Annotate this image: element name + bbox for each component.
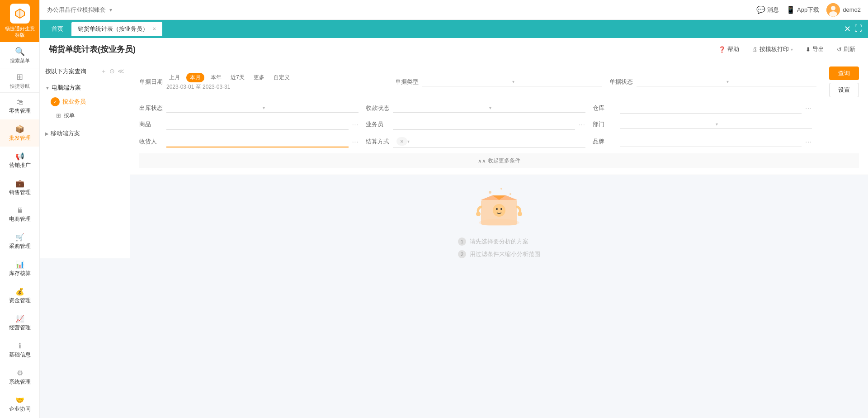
page-title: 销货单统计表(按业务员) [49,44,136,55]
mobile-section-header[interactable]: ▶ 移动端方案 [40,127,130,140]
print-icon: 🖨 [752,46,758,53]
sidebar-retail-item[interactable]: 🛍 零售管理 [0,93,39,119]
empty-illustration [467,175,531,234]
brand-input[interactable] [620,136,802,147]
recipient-dots-icon[interactable]: ··· [352,138,359,145]
collapse-button[interactable]: ∧∧ 收起更多条件 [478,157,520,165]
sidebar-finance-label: 资金管理 [9,297,31,304]
desktop-section-header[interactable]: ▼ 电脑端方案 [40,81,130,95]
template-print-button[interactable]: 🖨 按模板打印 ▾ [748,43,797,55]
sidebar-wholesale-item[interactable]: 📦 批发管理 [0,119,39,147]
sidebar-basics-item[interactable]: ℹ 基础信息 [0,336,39,363]
user-info[interactable]: demo2 [826,3,861,17]
doc-type-field: 单据类型 ▾ [395,77,602,86]
sidebar-quicknav-item[interactable]: ⊞ 快捷导航 [0,68,39,93]
stock-status-select[interactable]: ▾ [166,104,359,113]
filter-by-salesperson-item[interactable]: ✓ 按业务员 [40,95,130,109]
warehouse-dots-icon[interactable]: ··· [805,104,812,112]
stock-status-label: 出库状态 [139,104,166,112]
department-field: 部门 ▾ [593,120,812,129]
payment-status-arrow-icon: ▾ [489,105,582,110]
window-close-icon[interactable]: ✕ [844,24,851,34]
settings-button[interactable]: 设置 [829,83,859,97]
logo-area[interactable]: 畅捷通好生意 标版 [0,0,39,42]
filter-sidebar: 按以下方案查询 ＋ ⊙ ≪ ▼ 电脑端方案 ✓ [40,60,130,258]
sidebar-finance-item[interactable]: 💰 资金管理 [0,282,39,309]
window-maximize-icon[interactable]: ⛶ [854,24,863,34]
breadcrumb-dropdown-icon[interactable]: ▾ [109,7,112,13]
logo-text: 畅捷通好生意 标版 [2,25,38,38]
date-tab-this-month[interactable]: 本月 [186,73,204,82]
sidebar-purchase-item[interactable]: 🛒 采购管理 [0,228,39,255]
right-panel: 单据日期 上月 本月 本年 近7天 更多 自定义 20 [130,60,868,258]
goods-field: 商品 ··· [139,119,359,130]
salesperson-field: 业务员 ··· [366,119,585,130]
date-label: 单据日期 [139,78,166,86]
sidebar-ecommerce-item[interactable]: 🖥 电商管理 [0,201,39,228]
add-scheme-icon[interactable]: ＋ [100,67,107,76]
export-button[interactable]: ⬇ 导出 [802,43,828,55]
header-right: 💬 消息 📱 App下载 demo2 [756,3,861,17]
sidebar-quicknav-label: 快捷导航 [10,83,30,90]
message-icon: 💬 [756,5,765,14]
sidebar-search-label: 搜索菜单 [10,57,30,64]
sidebar-marketing-label: 营销推广 [9,162,31,169]
doc-status-select[interactable]: ▾ [637,77,816,86]
sidebar-inventory-item[interactable]: 📊 库存核算 [0,255,39,282]
svg-point-8 [500,188,502,190]
svg-point-7 [509,193,511,195]
sidebar-marketing-item[interactable]: 📢 营销推广 [0,147,39,174]
goods-dots-icon[interactable]: ··· [352,121,359,128]
tab-home[interactable]: 首页 [45,22,70,36]
date-tab-more[interactable]: 更多 [251,73,267,82]
hint-text-2: 用过滤条件来缩小分析范围 [470,250,540,258]
tab-sales-stats[interactable]: 销货单统计表（按业务员） × [71,22,162,36]
payment-method-arrow-icon[interactable]: ▾ [407,139,582,144]
date-tab-7days[interactable]: 近7天 [228,73,247,82]
svg-point-3 [829,11,837,17]
tab-home-label: 首页 [52,25,63,33]
message-button[interactable]: 💬 消息 [756,5,779,14]
edit-scheme-icon[interactable]: ⊙ [109,67,115,76]
collapse-sidebar-icon[interactable]: ≪ [118,67,124,76]
help-label: 帮助 [727,45,739,53]
date-tab-last-month[interactable]: 上月 [166,73,183,82]
department-select[interactable]: ▾ [620,120,812,129]
filter-sidebar-title: 按以下方案查询 [45,67,86,76]
svg-point-6 [489,191,491,194]
goods-input[interactable] [166,119,349,130]
payment-method-label: 结算方式 [366,138,393,146]
payment-method-field: 结算方式 × ▾ [366,135,585,148]
payment-status-field: 收款状态 ▾ [366,104,585,113]
salesperson-dots-icon[interactable]: ··· [579,121,585,128]
sidebar-sales-item[interactable]: 💼 销售管理 [0,174,39,201]
date-tab-custom[interactable]: 自定义 [271,73,292,82]
app-download-button[interactable]: 📱 App下载 [786,5,819,14]
desktop-section-label: 电脑端方案 [52,84,81,92]
refresh-label: 刷新 [844,45,855,53]
refresh-button[interactable]: ↺ 刷新 [833,43,859,55]
sidebar-collab-item[interactable]: 🤝 企业协同 [0,390,39,418]
sidebar-wholesale-label: 批发管理 [9,134,31,142]
template-print-arrow-icon: ▾ [791,47,793,52]
query-button[interactable]: 查询 [829,66,859,80]
sidebar-search-item[interactable]: 🔍 搜索菜单 [0,42,39,68]
breadcrumb: 办公用品行业模拟账套 [47,6,106,14]
payment-method-select[interactable]: × ▾ [393,135,585,148]
salesperson-input[interactable] [393,119,575,130]
date-tab-this-year[interactable]: 本年 [208,73,224,82]
tab-close-icon[interactable]: × [153,26,156,32]
payment-status-select[interactable]: ▾ [393,104,585,113]
sidebar-management-item[interactable]: 📈 经营管理 [0,309,39,336]
sidebar-system-label: 系统管理 [9,378,31,386]
tab-bar: 首页 销货单统计表（按业务员） × ✕ ⛶ [40,20,868,38]
filter-by-order-item[interactable]: ⊞ 按单 [40,109,130,122]
doc-type-select[interactable]: ▾ [422,77,602,86]
warehouse-input[interactable] [620,103,802,114]
hint-num-2: 2 [458,250,466,258]
recipient-input[interactable] [166,136,349,147]
sidebar-system-item[interactable]: ⚙ 系统管理 [0,363,39,390]
help-button[interactable]: ❓ 帮助 [715,43,743,55]
brand-dots-icon[interactable]: ··· [805,138,812,145]
empty-hints: 1 请先选择要分析的方案 2 用过滤条件来缩小分析范围 [458,238,540,258]
